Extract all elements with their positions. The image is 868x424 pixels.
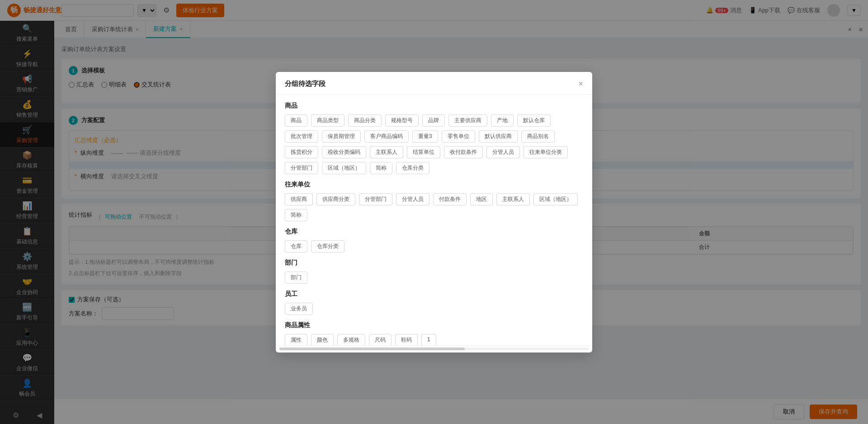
modal-section-title-product-attr: 商品属性: [285, 321, 583, 329]
field-tag-业务员[interactable]: 业务员: [285, 303, 313, 315]
modal-section-title-goods: 商品: [285, 102, 583, 110]
field-tag-地区[interactable]: 地区: [470, 193, 493, 205]
modal-body: 商品商品商品类型商品分类规格型号品牌主要供应商产地默认仓库批次管理保质期管理客户…: [276, 95, 592, 346]
field-tag-税收分类编码[interactable]: 税收分类编码: [322, 146, 366, 158]
modal-section-title-staff: 员工: [285, 290, 583, 298]
field-tag-供应商[interactable]: 供应商: [285, 193, 313, 205]
field-tag-鞋码[interactable]: 鞋码: [395, 334, 418, 346]
field-tag-仓库[interactable]: 仓库: [285, 240, 307, 252]
field-grid-partner: 供应商供应商分类分管部门分管人员付款条件地区主联系人区域（地区）简称: [285, 193, 583, 221]
modal-close-button[interactable]: ×: [578, 79, 583, 89]
field-tag-部门[interactable]: 部门: [285, 272, 307, 284]
field-tag-付款条件[interactable]: 付款条件: [433, 193, 467, 205]
field-grid-department: 部门: [285, 272, 583, 284]
field-tag-结算单位[interactable]: 结算单位: [407, 146, 440, 158]
modal-scrollbar-area: [276, 345, 592, 352]
modal-section-title-department: 部门: [285, 259, 583, 267]
field-tag-分管部门[interactable]: 分管部门: [359, 193, 392, 205]
field-tag-保质期管理[interactable]: 保质期管理: [322, 130, 361, 143]
field-tag-拣货积分[interactable]: 拣货积分: [285, 146, 318, 158]
field-tag-零售单位[interactable]: 零售单位: [442, 130, 475, 143]
field-tag-主联系人[interactable]: 主联系人: [496, 193, 530, 205]
field-tag-收付款条件[interactable]: 收付款条件: [444, 146, 483, 158]
field-tag-区域（地区）[interactable]: 区域（地区）: [322, 162, 366, 174]
field-tag-主联系人[interactable]: 主联系人: [370, 146, 403, 158]
field-tag-简称[interactable]: 简称: [370, 162, 392, 174]
field-tag-默认仓库[interactable]: 默认仓库: [517, 114, 551, 127]
field-grid-product-attr: 属性颜色多规格尺码鞋码1: [285, 334, 583, 346]
field-tag-重量3[interactable]: 重量3: [412, 130, 438, 143]
field-tag-商品别名[interactable]: 商品别名: [521, 130, 555, 143]
field-tag-属性[interactable]: 属性: [285, 334, 307, 346]
field-tag-颜色[interactable]: 颜色: [311, 334, 334, 346]
field-tag-默认供应商[interactable]: 默认供应商: [479, 130, 518, 143]
field-tag-尺码[interactable]: 尺码: [369, 334, 392, 346]
field-tag-区域（地区）[interactable]: 区域（地区）: [533, 193, 578, 205]
field-tag-商品类型[interactable]: 商品类型: [311, 114, 344, 127]
field-tag-简称[interactable]: 简称: [285, 209, 307, 221]
field-tag-客户商品编码[interactable]: 客户商品编码: [364, 130, 409, 143]
field-tag-往来单位分类[interactable]: 往来单位分类: [524, 146, 568, 158]
field-tag-规格型号[interactable]: 规格型号: [385, 114, 419, 127]
field-tag-多规格[interactable]: 多规格: [337, 334, 365, 346]
field-tag-批次管理[interactable]: 批次管理: [285, 130, 318, 143]
modal-section-title-warehouse: 仓库: [285, 228, 583, 236]
field-tag-商品分类[interactable]: 商品分类: [348, 114, 382, 127]
field-grid-warehouse: 仓库仓库分类: [285, 240, 583, 252]
modal-title: 分组待选字段: [285, 80, 326, 88]
field-grid-goods: 商品商品类型商品分类规格型号品牌主要供应商产地默认仓库批次管理保质期管理客户商品…: [285, 114, 583, 174]
field-tag-分管人员[interactable]: 分管人员: [486, 146, 520, 158]
field-tag-1[interactable]: 1: [421, 334, 436, 346]
modal-header: 分组待选字段 ×: [276, 72, 592, 95]
field-tag-仓库分类[interactable]: 仓库分类: [311, 240, 344, 252]
field-tag-分管人员[interactable]: 分管人员: [396, 193, 429, 205]
modal-scrollbar-thumb: [279, 348, 465, 350]
field-tag-分管部门[interactable]: 分管部门: [285, 162, 318, 174]
modal-scrollbar-track: [279, 348, 589, 350]
modal-overlay: 分组待选字段 × 商品商品商品类型商品分类规格型号品牌主要供应商产地默认仓库批次…: [0, 0, 868, 424]
field-tag-商品[interactable]: 商品: [285, 114, 307, 127]
field-tag-品牌[interactable]: 品牌: [422, 114, 445, 127]
field-tag-仓库分类[interactable]: 仓库分类: [396, 162, 429, 174]
field-tag-产地[interactable]: 产地: [491, 114, 514, 127]
modal: 分组待选字段 × 商品商品商品类型商品分类规格型号品牌主要供应商产地默认仓库批次…: [276, 72, 592, 353]
field-grid-staff: 业务员: [285, 303, 583, 315]
field-tag-主要供应商[interactable]: 主要供应商: [448, 114, 487, 127]
modal-section-title-partner: 往来单位: [285, 181, 583, 189]
field-tag-供应商分类[interactable]: 供应商分类: [316, 193, 355, 205]
